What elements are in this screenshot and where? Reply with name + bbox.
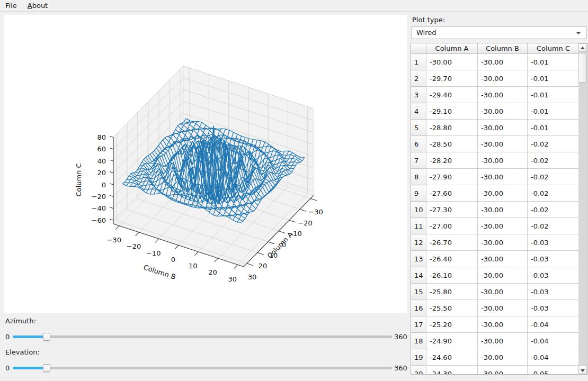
table-cell[interactable]: -0.04	[528, 316, 580, 333]
row-number[interactable]: 11	[411, 218, 426, 234]
table-cell[interactable]: -30.00	[478, 333, 528, 349]
table-cell[interactable]: -0.02	[528, 218, 580, 234]
row-number[interactable]: 14	[411, 267, 426, 284]
svg-text:Column B: Column B	[142, 263, 176, 281]
azimuth-slider-handle[interactable]	[43, 333, 50, 341]
table-cell[interactable]: -27.60	[426, 185, 478, 202]
table-cell[interactable]: -0.03	[528, 267, 580, 284]
table-cell[interactable]: -30.00	[478, 120, 528, 136]
table-cell[interactable]: -0.02	[528, 152, 580, 169]
table-cell[interactable]: -30.00	[478, 366, 528, 375]
table-cell[interactable]: -0.04	[528, 333, 580, 349]
table-cell[interactable]: -0.01	[528, 120, 580, 136]
table-cell[interactable]: -30.00	[478, 267, 528, 284]
table-cell[interactable]: -0.03	[528, 300, 580, 316]
row-number[interactable]: 12	[411, 234, 426, 251]
row-number[interactable]: 2	[411, 70, 426, 87]
table-cell[interactable]: -26.70	[426, 234, 478, 251]
data-table-frame: Column A Column B Column C 1-30.00-30.00…	[411, 43, 587, 375]
table-cell[interactable]: -0.01	[528, 70, 580, 87]
scroll-down-button[interactable]	[578, 366, 587, 374]
row-number[interactable]: 9	[411, 185, 426, 202]
table-cell[interactable]: -24.60	[426, 349, 478, 366]
table-cell[interactable]: -30.00	[478, 202, 528, 218]
table-cell[interactable]: -28.50	[426, 136, 478, 152]
header-rownum[interactable]	[411, 43, 426, 54]
scrollbar-thumb[interactable]	[578, 53, 587, 83]
table-cell[interactable]: -0.02	[528, 202, 580, 218]
table-cell[interactable]: -24.90	[426, 333, 478, 349]
table-cell[interactable]: -30.00	[478, 169, 528, 185]
azimuth-min-value: 0	[5, 333, 10, 341]
elevation-slider-track[interactable]	[13, 367, 392, 369]
table-cell[interactable]: -0.03	[528, 284, 580, 300]
table-cell[interactable]: -29.10	[426, 103, 478, 120]
table-cell[interactable]: -30.00	[478, 349, 528, 366]
header-column-c[interactable]: Column C	[528, 43, 580, 54]
row-number[interactable]: 19	[411, 349, 426, 366]
row-number[interactable]: 16	[411, 300, 426, 316]
table-cell[interactable]: -28.20	[426, 152, 478, 169]
row-number[interactable]: 5	[411, 120, 426, 136]
azimuth-slider-track[interactable]	[13, 335, 392, 338]
row-number[interactable]: 6	[411, 136, 426, 152]
table-cell[interactable]: -0.01	[528, 54, 580, 70]
table-cell[interactable]: -30.00	[478, 136, 528, 152]
table-cell[interactable]: -30.00	[478, 185, 528, 202]
scroll-up-button[interactable]	[578, 43, 587, 52]
header-column-b[interactable]: Column B	[478, 43, 528, 54]
table-cell[interactable]: -27.30	[426, 202, 478, 218]
table-cell[interactable]: -30.00	[478, 103, 528, 120]
row-number[interactable]: 20	[411, 366, 426, 375]
plot-type-dropdown[interactable]: Wired	[412, 26, 586, 39]
header-column-a[interactable]: Column A	[426, 43, 478, 54]
table-cell[interactable]: -30.00	[478, 316, 528, 333]
table-cell[interactable]: -25.50	[426, 300, 478, 316]
row-number[interactable]: 7	[411, 152, 426, 169]
table-cell[interactable]: -30.00	[478, 284, 528, 300]
table-cell[interactable]: -25.20	[426, 316, 478, 333]
table-cell[interactable]: -30.00	[478, 87, 528, 103]
table-cell[interactable]: -30.00	[478, 251, 528, 267]
table-row: 20-24.30-30.00-0.05	[411, 366, 580, 375]
table-cell[interactable]: -0.01	[528, 103, 580, 120]
table-cell[interactable]: -26.10	[426, 267, 478, 284]
table-cell[interactable]: -29.70	[426, 70, 478, 87]
table-cell[interactable]: -29.40	[426, 87, 478, 103]
table-cell[interactable]: -0.05	[528, 366, 580, 375]
table-cell[interactable]: -30.00	[478, 54, 528, 70]
row-number[interactable]: 1	[411, 54, 426, 70]
table-cell[interactable]: -28.80	[426, 120, 478, 136]
table-cell[interactable]: -24.30	[426, 366, 478, 375]
table-cell[interactable]: -27.00	[426, 218, 478, 234]
table-cell[interactable]: -30.00	[426, 54, 478, 70]
table-cell[interactable]: -30.00	[478, 300, 528, 316]
table-cell[interactable]: -26.40	[426, 251, 478, 267]
table-cell[interactable]: -25.80	[426, 284, 478, 300]
row-number[interactable]: 10	[411, 202, 426, 218]
row-number[interactable]: 15	[411, 284, 426, 300]
svg-text:−10: −10	[146, 249, 161, 257]
table-cell[interactable]: -30.00	[478, 152, 528, 169]
table-cell[interactable]: -30.00	[478, 218, 528, 234]
table-cell[interactable]: -0.04	[528, 349, 580, 366]
menu-item-file[interactable]: File	[0, 0, 22, 12]
row-number[interactable]: 8	[411, 169, 426, 185]
row-number[interactable]: 13	[411, 251, 426, 267]
table-cell[interactable]: -0.03	[528, 251, 580, 267]
table-cell[interactable]: -30.00	[478, 234, 528, 251]
table-cell[interactable]: -0.02	[528, 136, 580, 152]
table-cell[interactable]: -0.02	[528, 169, 580, 185]
menu-item-about[interactable]: About	[22, 0, 53, 12]
table-cell[interactable]: -27.90	[426, 169, 478, 185]
row-number[interactable]: 17	[411, 316, 426, 333]
vertical-scrollbar[interactable]	[578, 43, 587, 374]
row-number[interactable]: 18	[411, 333, 426, 349]
elevation-slider-handle[interactable]	[43, 364, 50, 372]
table-cell[interactable]: -0.01	[528, 87, 580, 103]
row-number[interactable]: 3	[411, 87, 426, 103]
row-number[interactable]: 4	[411, 103, 426, 120]
table-cell[interactable]: -0.03	[528, 234, 580, 251]
table-cell[interactable]: -0.02	[528, 185, 580, 202]
table-cell[interactable]: -30.00	[478, 70, 528, 87]
